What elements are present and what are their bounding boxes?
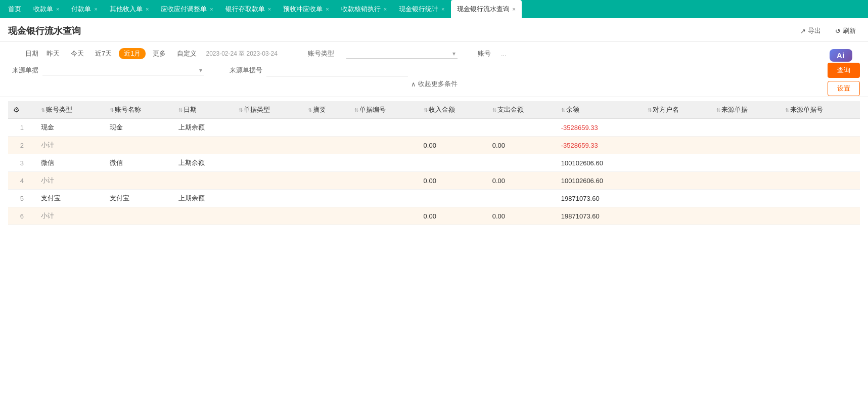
cell-source_doc [711, 190, 780, 207]
col-header-counterparty[interactable]: ⇅对方户名 [643, 101, 711, 119]
cell-source_doc [711, 154, 780, 172]
export-icon: ↗ [800, 27, 806, 35]
cell-source_doc [711, 207, 780, 225]
cell-date: 上期余额 [173, 190, 234, 207]
cell-account_name [105, 137, 173, 154]
cell-account_name: 现金 [105, 119, 173, 137]
ai-badge[interactable]: Ai [830, 49, 852, 62]
cell-account_type: 支付宝 [36, 190, 105, 207]
nav-item-收款单[interactable]: 收款单× [27, 0, 65, 18]
col-header-gear: ⚙ [8, 101, 36, 119]
sort-icon: ⇅ [424, 107, 428, 113]
nav-item-现金银行流水查询[interactable]: 现金银行流水查询× [451, 0, 522, 18]
export-button[interactable]: ↗ 导出 [796, 24, 825, 37]
col-header-expense[interactable]: ⇅支出金额 [487, 101, 556, 119]
cell-doc_type [234, 172, 302, 190]
cell-balance: -3528659.33 [556, 119, 643, 137]
query-button[interactable]: 查询 [828, 63, 860, 78]
nav-item-应收应付调整单[interactable]: 应收应付调整单× [155, 0, 219, 18]
source-filter-row: 来源单据 ▾ 来源单据号 [8, 64, 860, 76]
nav-item-银行存取款单[interactable]: 银行存取款单× [219, 0, 277, 18]
source-doc-no-input[interactable] [266, 64, 408, 76]
nav-item-付款单[interactable]: 付款单× [65, 0, 103, 18]
col-header-summary[interactable]: ⇅摘要 [303, 101, 350, 119]
col-header-income[interactable]: ⇅收入金额 [419, 101, 487, 119]
collapse-bar[interactable]: ∧ 收起更多条件 [8, 76, 860, 91]
row-index-cell: 3 [8, 154, 36, 172]
gear-icon[interactable]: ⚙ [13, 106, 20, 114]
nav-item-预收冲应收单[interactable]: 预收冲应收单× [277, 0, 335, 18]
col-header-source_doc[interactable]: ⇅来源单据 [711, 101, 780, 119]
date-option-自定义[interactable]: 自定义 [173, 48, 201, 59]
cell-doc_no [349, 207, 418, 225]
cell-date [173, 137, 234, 154]
sort-icon: ⇅ [354, 107, 358, 113]
source-doc-no-group: 来源单据号 [230, 64, 408, 76]
sort-icon: ⇅ [785, 107, 789, 113]
cell-summary [303, 172, 350, 190]
sort-icon: ⇅ [308, 107, 312, 113]
row-index-cell: 4 [8, 172, 36, 190]
account-type-label: 账号类型 [308, 49, 334, 58]
col-header-account_type[interactable]: ⇅账号类型 [36, 101, 105, 119]
col-header-date[interactable]: ⇅日期 [173, 101, 234, 119]
nav-item-收款核销执行[interactable]: 收款核销执行× [335, 0, 393, 18]
cell-counterparty [643, 190, 711, 207]
cell-balance: 100102606.60 [556, 172, 643, 190]
close-icon[interactable]: × [326, 6, 329, 12]
cell-expense: 0.00 [487, 207, 556, 225]
cell-account_type: 小计 [36, 172, 105, 190]
table-row: 1现金现金上期余额-3528659.33 [8, 119, 860, 137]
cell-balance: 19871073.60 [556, 190, 643, 207]
cell-doc_type [234, 190, 302, 207]
cell-doc_no [349, 172, 418, 190]
cell-source_doc_no [780, 137, 860, 154]
cell-source_doc_no [780, 207, 860, 225]
refresh-icon: ↺ [835, 27, 841, 35]
page-header: 现金银行流水查询 ↗ 导出 ↺ 刷新 [0, 18, 868, 42]
cell-account_name: 支付宝 [105, 190, 173, 207]
col-header-balance[interactable]: ⇅余额 [556, 101, 643, 119]
cell-income: 0.00 [419, 137, 487, 154]
nav-item-现金银行统计[interactable]: 现金银行统计× [393, 0, 450, 18]
cell-expense [487, 190, 556, 207]
close-icon[interactable]: × [210, 6, 213, 12]
source-doc-group: 来源单据 ▾ [8, 66, 204, 75]
settings-button[interactable]: 设置 [828, 81, 860, 96]
cell-counterparty [643, 137, 711, 154]
close-icon[interactable]: × [56, 6, 59, 12]
nav-item-其他收入单[interactable]: 其他收入单× [104, 0, 155, 18]
date-option-昨天[interactable]: 昨天 [42, 48, 64, 59]
close-icon[interactable]: × [384, 6, 387, 12]
col-header-doc_no[interactable]: ⇅单据编号 [349, 101, 418, 119]
col-header-account_name[interactable]: ⇅账号名称 [105, 101, 173, 119]
date-option-更多[interactable]: 更多 [149, 48, 170, 59]
page-title: 现金银行流水查询 [8, 25, 81, 37]
account-type-select[interactable]: ▾ [346, 49, 458, 59]
source-doc-select[interactable]: ▾ [42, 66, 204, 75]
refresh-button[interactable]: ↺ 刷新 [831, 24, 860, 37]
cell-income: 0.00 [419, 207, 487, 225]
table-row: 4小计0.000.00100102606.60 [8, 172, 860, 190]
cell-date [173, 207, 234, 225]
close-icon[interactable]: × [513, 6, 516, 12]
date-option-今天[interactable]: 今天 [67, 48, 88, 59]
cell-expense [487, 154, 556, 172]
col-header-source_doc_no[interactable]: ⇅来源单据号 [780, 101, 860, 119]
date-option-近1月[interactable]: 近1月 [119, 48, 146, 59]
nav-item-首页[interactable]: 首页 [2, 0, 27, 18]
cell-source_doc_no [780, 190, 860, 207]
close-icon[interactable]: × [268, 6, 271, 12]
cell-doc_type [234, 207, 302, 225]
close-icon[interactable]: × [441, 6, 444, 12]
cell-doc_no [349, 119, 418, 137]
close-icon[interactable]: × [94, 6, 97, 12]
account-no-label: 账号 [478, 49, 491, 58]
source-doc-arrow-icon: ▾ [199, 67, 202, 74]
row-index-cell: 6 [8, 207, 36, 225]
row-index-cell: 2 [8, 137, 36, 154]
col-header-doc_type[interactable]: ⇅单据类型 [234, 101, 302, 119]
cell-date [173, 172, 234, 190]
close-icon[interactable]: × [146, 6, 149, 12]
date-option-近7天[interactable]: 近7天 [91, 48, 116, 59]
